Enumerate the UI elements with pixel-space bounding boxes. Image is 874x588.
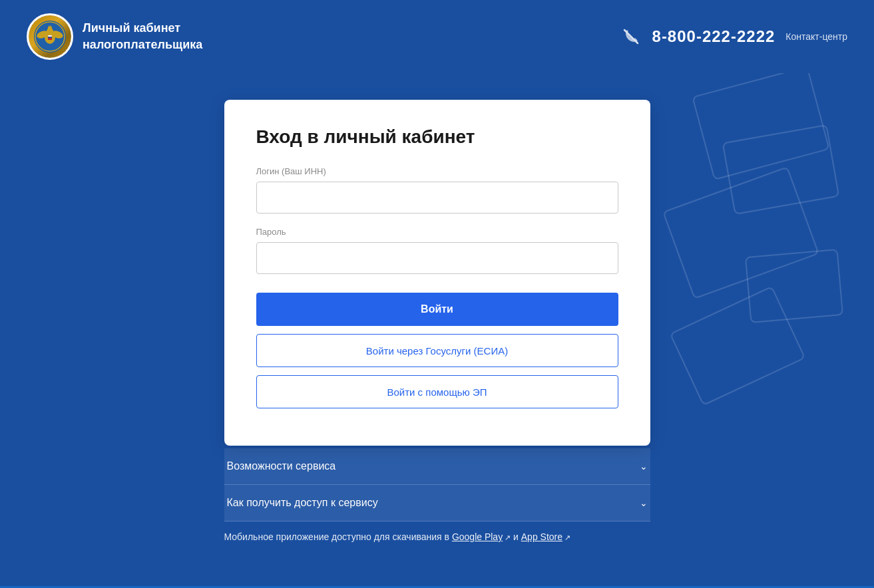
phone-number: 8-800-222-2222 bbox=[652, 27, 775, 46]
svg-rect-10 bbox=[48, 35, 52, 37]
login-card: Вход в личный кабинет Логин (Ваш ИНН) Па… bbox=[224, 100, 650, 446]
page-header: Личный кабинет налогоплательщика 8-800-2… bbox=[0, 0, 874, 73]
logo bbox=[27, 13, 73, 60]
app-store-link[interactable]: App Store↗ bbox=[521, 531, 570, 542]
accordion-item-1: Возможности сервиса ⌄ bbox=[224, 448, 650, 485]
main-content: Вход в личный кабинет Логин (Ваш ИНН) Па… bbox=[0, 73, 874, 557]
chevron-down-icon-1: ⌄ bbox=[640, 461, 648, 472]
gosuslugi-button[interactable]: Войти через Госуслуги (ЕСИА) bbox=[256, 334, 618, 367]
accordion-header-1[interactable]: Возможности сервиса ⌄ bbox=[224, 448, 650, 484]
accordion-section: Возможности сервиса ⌄ Как получить досту… bbox=[224, 448, 650, 521]
login-field-group: Логин (Ваш ИНН) bbox=[256, 166, 618, 214]
login-title: Вход в личный кабинет bbox=[256, 126, 618, 148]
password-label: Пароль bbox=[256, 227, 618, 237]
svg-rect-12 bbox=[48, 39, 52, 40]
header-right: 8-800-222-2222 Контакт-центр bbox=[620, 26, 847, 47]
external-link-icon-apple: ↗ bbox=[564, 532, 570, 544]
contact-center-label: Контакт-центр bbox=[785, 31, 847, 42]
svg-rect-6 bbox=[48, 27, 52, 29]
login-button[interactable]: Войти bbox=[256, 293, 618, 326]
login-input[interactable] bbox=[256, 182, 618, 214]
password-field-group: Пароль bbox=[256, 227, 618, 274]
accordion-header-2[interactable]: Как получить доступ к сервису ⌄ bbox=[224, 485, 650, 521]
password-input[interactable] bbox=[256, 242, 618, 274]
svg-rect-11 bbox=[48, 37, 52, 38]
ep-button[interactable]: Войти с помощью ЭП bbox=[256, 375, 618, 408]
site-title: Личный кабинет налогоплательщика bbox=[83, 20, 202, 53]
accordion-label-1: Возможности сервиса bbox=[227, 460, 336, 472]
accordion-label-2: Как получить доступ к сервису bbox=[227, 497, 378, 509]
phone-icon bbox=[620, 26, 642, 47]
header-left: Личный кабинет налогоплательщика bbox=[27, 13, 202, 60]
chevron-down-icon-2: ⌄ bbox=[640, 498, 648, 508]
mobile-footer-text: Мобильное приложение доступно для скачив… bbox=[224, 531, 452, 542]
mobile-app-footer: Мобильное приложение доступно для скачив… bbox=[224, 529, 650, 544]
logo-svg bbox=[33, 20, 67, 53]
external-link-icon-google: ↗ bbox=[505, 532, 511, 544]
google-play-link[interactable]: Google Play↗ bbox=[452, 531, 511, 542]
logo-emblem bbox=[29, 15, 71, 58]
login-label: Логин (Ваш ИНН) bbox=[256, 166, 618, 176]
accordion-item-2: Как получить доступ к сервису ⌄ bbox=[224, 485, 650, 521]
svg-line-13 bbox=[624, 30, 638, 43]
